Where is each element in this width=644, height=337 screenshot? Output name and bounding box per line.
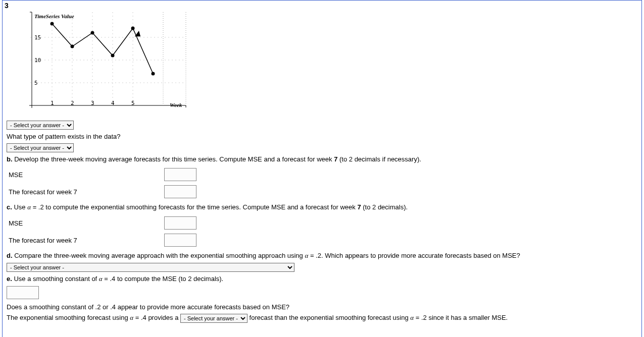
select-answer-a1[interactable]: - Select your answer -: [7, 121, 74, 130]
mse-input-b[interactable]: [164, 168, 196, 181]
data-point: [152, 72, 155, 76]
mse-label-c: MSE: [9, 214, 164, 232]
xtick-1: 1: [51, 100, 54, 106]
ylabel-text: TimeSeries Value: [34, 13, 74, 19]
question-pattern: What type of pattern exists in the data?: [7, 133, 637, 140]
data-point: [91, 31, 94, 35]
xlabel-text: Week: [170, 102, 182, 108]
forecast7-label-b: The forecast for week 7: [9, 183, 164, 200]
arrow-head-icon: [135, 30, 142, 38]
forecast7-label-c: The forecast for week 7: [9, 232, 164, 249]
mse-input-e[interactable]: [7, 286, 39, 299]
forecast7-input-b[interactable]: [164, 185, 196, 198]
data-point: [51, 22, 54, 26]
ytick-5: 5: [34, 80, 38, 86]
xtick-5: 5: [131, 100, 135, 106]
mse-label-b: MSE: [9, 166, 164, 183]
select-answer-final[interactable]: - Select your answer -: [180, 314, 247, 323]
chart: TimeSeries Value Week 5 10 15 1 2 3 4: [17, 10, 188, 110]
data-point: [131, 27, 135, 30]
xtick-2: 2: [71, 100, 74, 106]
part-c-text: c. Use α = .2 to compute the exponential…: [7, 203, 637, 211]
select-answer-d[interactable]: - Select your answer -: [7, 263, 294, 272]
part-e-text: e. Use a smoothing constant of α = .4 to…: [7, 275, 637, 283]
ytick-10: 10: [34, 57, 41, 64]
forecast7-input-c[interactable]: [164, 234, 196, 247]
question-last: Does a smoothing constant of .2 or .4 ap…: [7, 303, 637, 311]
data-point: [71, 45, 74, 48]
xtick-4: 4: [111, 100, 115, 106]
final-sentence: The exponential smoothing forecast using…: [7, 314, 637, 323]
question-number: 3: [5, 2, 637, 10]
data-point: [111, 54, 115, 58]
part-d-text: d. Compare the three-week moving average…: [7, 252, 637, 260]
chart-series-line: [52, 24, 153, 74]
select-answer-pattern[interactable]: - Select your answer -: [7, 143, 74, 152]
mse-input-c[interactable]: [164, 216, 196, 230]
xtick-3: 3: [91, 100, 94, 106]
ytick-15: 15: [34, 34, 41, 41]
part-b-text: b. Develop the three-week moving average…: [7, 155, 637, 163]
